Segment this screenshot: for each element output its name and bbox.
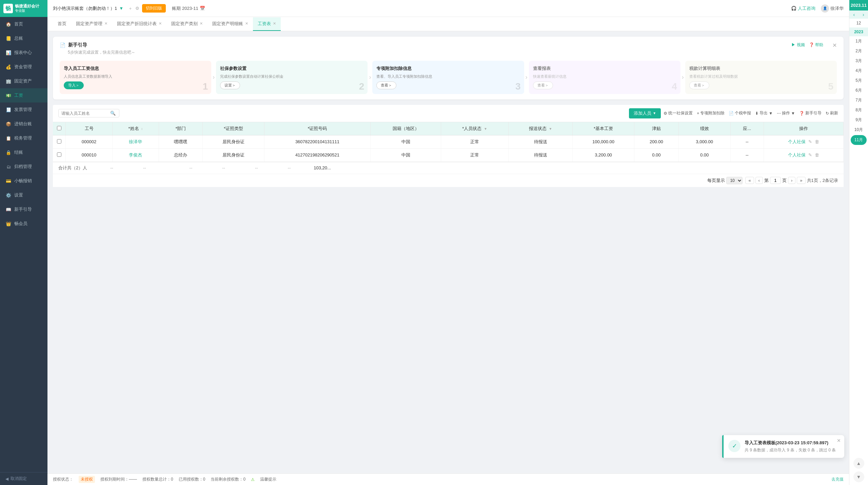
per-page-selector[interactable]: 每页显示 10 20 50 — [707, 177, 743, 184]
td-action-2[interactable]: 个人社保 ✎ 🗑 — [764, 148, 844, 162]
employee-name-link-2[interactable]: 李俊杰 — [129, 152, 142, 157]
th-select-all[interactable] — [53, 122, 66, 135]
sidebar-item-expense[interactable]: 💳 小畅报销 — [0, 174, 47, 188]
row-delete-icon-2[interactable]: 🗑 — [815, 152, 819, 157]
sidebar-item-assets[interactable]: 🏢 固定资产 — [0, 74, 47, 88]
tab-home[interactable]: 首页 — [53, 17, 71, 31]
page-input[interactable] — [770, 177, 781, 184]
month-4[interactable]: 4月 — [849, 66, 868, 76]
td-checkbox-1[interactable] — [53, 135, 66, 148]
tab-depreciation-close[interactable]: ✕ — [159, 21, 162, 26]
month-7[interactable]: 7月 — [849, 95, 868, 105]
sidebar-item-payroll[interactable]: 💵 工资 — [0, 88, 47, 102]
guide-step-2-button[interactable]: 设置＞ — [220, 81, 240, 89]
account-settings-icon[interactable]: ⚙ — [135, 6, 139, 11]
guide-video-link[interactable]: ▶ 视频 — [791, 42, 805, 48]
guide-help-link[interactable]: ❓ 帮助 — [809, 42, 823, 48]
th-name[interactable]: *姓名 ↕ — [113, 122, 159, 135]
name-sort-icon[interactable]: ↕ — [141, 127, 143, 131]
sidebar-item-ledger[interactable]: 📒 总账 — [0, 31, 47, 45]
sidebar-item-reports[interactable]: 📊 报表中心 — [0, 45, 47, 60]
row-delete-icon-1[interactable]: 🗑 — [815, 139, 819, 144]
employee-name-link-1[interactable]: 徐泽华 — [129, 139, 142, 144]
month-3[interactable]: 3月 — [849, 56, 868, 66]
tab-assets-close[interactable]: ✕ — [104, 21, 107, 26]
month-12-prev[interactable]: 12 — [849, 19, 868, 27]
next-page-button[interactable]: › — [788, 177, 795, 184]
special-deduct-action[interactable]: + 专项附加扣除 — [697, 110, 725, 116]
tab-detail[interactable]: 固定资产明细账 ✕ — [208, 17, 253, 31]
month-6[interactable]: 6月 — [849, 86, 868, 95]
toast-close-button[interactable]: ✕ — [837, 438, 841, 443]
account-selector[interactable]: 刘小艳演示账套（勿删勿动！）1 ▼ — [53, 5, 123, 12]
tab-payroll[interactable]: 工资表 ✕ — [253, 17, 281, 31]
user-menu[interactable]: 👤 徐泽华 — [821, 4, 844, 13]
social-security-action[interactable]: ⚙ 统一社保设置 — [664, 110, 693, 116]
new-guide-action[interactable]: ❓ 新手引导 — [799, 110, 822, 116]
sidebar-item-settings[interactable]: ⚙️ 设置 — [0, 188, 47, 202]
guide-close-button[interactable]: ✕ — [832, 42, 837, 49]
operations-action[interactable]: ⋯ 操作 ▼ — [777, 110, 795, 116]
tab-categories[interactable]: 固定资产类别 ✕ — [166, 17, 208, 31]
sidebar-item-member[interactable]: 👑 畅会员 — [0, 217, 47, 231]
prev-page-button[interactable]: ‹ — [755, 177, 763, 184]
row-edit-icon-1[interactable]: ✎ — [808, 139, 812, 144]
month-8[interactable]: 8月 — [849, 105, 868, 115]
month-10[interactable]: 10月 — [849, 125, 868, 135]
month-5[interactable]: 5月 — [849, 76, 868, 86]
select-all-checkbox[interactable] — [57, 126, 61, 130]
human-service-button[interactable]: 🎧 人工咨询 — [791, 5, 815, 12]
last-page-button[interactable]: » — [797, 177, 805, 184]
td-name-1[interactable]: 徐泽华 — [113, 135, 159, 148]
unpin-button[interactable]: ◀ 取消固定 — [0, 472, 47, 485]
period-selector[interactable]: 账期 2023-11 📅 — [172, 5, 205, 12]
search-input[interactable] — [61, 111, 109, 116]
panel-down-icon[interactable]: ▼ — [853, 471, 864, 482]
sidebar-item-invoices[interactable]: 🧾 发票管理 — [0, 102, 47, 117]
tab-detail-close[interactable]: ✕ — [245, 21, 248, 26]
td-name-2[interactable]: 李俊杰 — [113, 148, 159, 162]
tab-assets[interactable]: 固定资产管理 ✕ — [71, 17, 112, 31]
month-2[interactable]: 2月 — [849, 46, 868, 56]
tab-payroll-close[interactable]: ✕ — [273, 21, 276, 26]
add-account-icon[interactable]: ＋ — [128, 5, 133, 12]
status-filter-icon[interactable]: ▼ — [484, 127, 487, 131]
td-action-1[interactable]: 个人社保 ✎ 🗑 — [764, 135, 844, 148]
first-page-button[interactable]: « — [745, 177, 754, 184]
sidebar-item-guide[interactable]: 📖 新手引导 — [0, 202, 47, 217]
account-dropdown-icon[interactable]: ▼ — [119, 6, 123, 11]
row-checkbox-2[interactable] — [57, 152, 61, 157]
tab-depreciation[interactable]: 固定资产折旧统计表 ✕ — [112, 17, 166, 31]
switch-version-button[interactable]: 切到旧版 — [142, 4, 166, 13]
month-1[interactable]: 1月 — [849, 36, 868, 46]
guide-step-4-button[interactable]: 查看＞ — [533, 81, 553, 89]
sidebar-item-archive[interactable]: 🗂 归档管理 — [0, 160, 47, 174]
charge-link[interactable]: 去充值 — [831, 477, 844, 482]
row-action-link-1[interactable]: 个人社保 — [788, 139, 806, 144]
sidebar-item-funds[interactable]: 💰 资金管理 — [0, 60, 47, 74]
th-status[interactable]: *人员状态 ▼ — [441, 122, 509, 135]
sidebar-item-inventory[interactable]: 📦 进销台账 — [0, 117, 47, 131]
report-filter-icon[interactable]: ▼ — [549, 127, 552, 131]
per-page-select[interactable]: 10 20 50 — [726, 177, 743, 184]
panel-up-icon[interactable]: ▲ — [853, 458, 864, 469]
export-action[interactable]: ⬇ 导出 ▼ — [755, 110, 773, 116]
panel-expand-button[interactable]: « — [849, 236, 849, 249]
month-11-active[interactable]: 11月 — [851, 135, 867, 145]
th-report-status[interactable]: 报送状态 ▼ — [509, 122, 573, 135]
sidebar-item-home[interactable]: 🏠 首页 — [0, 17, 47, 31]
month-9[interactable]: 9月 — [849, 115, 868, 125]
row-edit-icon-2[interactable]: ✎ — [808, 152, 812, 157]
tab-categories-close[interactable]: ✕ — [200, 21, 203, 26]
row-action-link-2[interactable]: 个人社保 — [788, 152, 806, 157]
tax-report-action[interactable]: 📄 个税申报 — [729, 110, 751, 116]
guide-step-3-button[interactable]: 查看＞ — [376, 81, 396, 89]
add-person-button[interactable]: 添加人员 ▼ — [629, 108, 661, 118]
search-field[interactable]: 🔍 — [58, 109, 119, 117]
panel-next-year[interactable]: › — [863, 12, 864, 17]
panel-prev-year[interactable]: ‹ — [853, 12, 855, 17]
guide-step-5-button[interactable]: 查看＞ — [689, 81, 709, 89]
sidebar-item-tax[interactable]: 📋 税务管理 — [0, 131, 47, 145]
row-checkbox-1[interactable] — [57, 139, 61, 144]
td-checkbox-2[interactable] — [53, 148, 66, 162]
